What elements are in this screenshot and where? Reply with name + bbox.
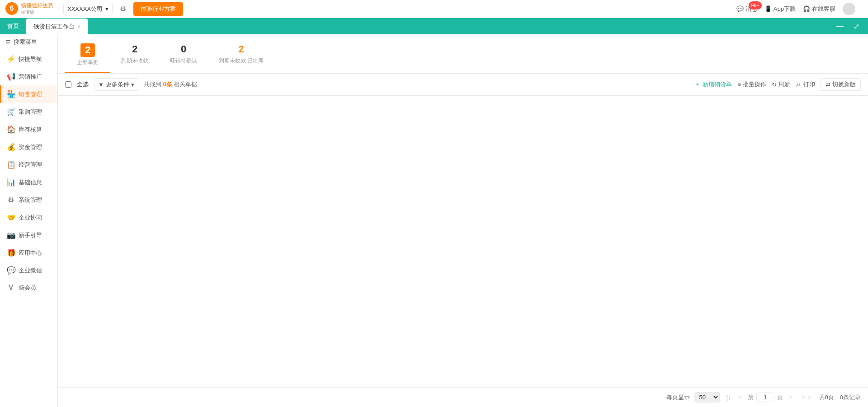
print-label: 打印 (803, 80, 815, 89)
avatar[interactable] (843, 3, 855, 15)
company-selector[interactable]: XXXXXX公司 ▾ (63, 3, 113, 15)
sidebar: ☰ 搜索菜单 ⚡ 快捷导航 📢 营销推广 🏪 销售管理 🛒 采购管理 🏠 库存核… (0, 34, 58, 407)
quick-nav-icon: ⚡ (7, 55, 15, 63)
tab-home[interactable]: 首页 (0, 18, 26, 34)
message-badge: 99+ (749, 1, 762, 9)
sidebar-item-system[interactable]: ⚙ 系统管理 (0, 191, 57, 209)
guide-icon: 📷 (7, 231, 15, 239)
toolbar-right: ＋ 新增销货单 ≡ 批量操作 ↻ 刷新 🖨 打印 ⇄ 切换新版 (695, 78, 861, 91)
prev-page-button[interactable]: ＜ (735, 393, 745, 402)
tab-close-icon[interactable]: × (77, 23, 80, 30)
logo-text-block: 畅捷通好生意 标准版 (21, 2, 53, 15)
sidebar-item-sales[interactable]: 🏪 销售管理 (0, 85, 57, 103)
sidebar-label-wechat-work: 企业微信 (19, 267, 42, 275)
sidebar-item-app-center[interactable]: 🎁 应用中心 (0, 244, 57, 262)
stat-tab-pending[interactable]: 0 旺铺待确认 (159, 40, 208, 73)
page-label: 第 (748, 393, 754, 402)
minimize-icon[interactable]: — (834, 20, 846, 33)
expand-icon[interactable]: ⤢ (850, 20, 863, 33)
print-button[interactable]: 🖨 打印 (796, 80, 815, 89)
search-icon: ☰ (5, 39, 11, 46)
filter-button[interactable]: ▼ 更多条件 ▾ (94, 78, 138, 91)
sidebar-item-member[interactable]: V 畅会员 (0, 279, 57, 296)
stat-num-overdue: 2 (132, 43, 137, 55)
stat-tab-overdue[interactable]: 2 到期未收款 (110, 40, 159, 73)
sidebar-item-purchase[interactable]: 🛒 采购管理 (0, 103, 57, 121)
sidebar-item-basic-info[interactable]: 📊 基础信息 (0, 173, 57, 191)
filter-chevron-icon: ▾ (131, 81, 134, 88)
operations-icon: 📋 (7, 160, 15, 169)
batch-operation-button[interactable]: ≡ 批量操作 (737, 80, 766, 89)
stat-tab-all[interactable]: 2 全部单据 (65, 40, 110, 73)
refresh-icon: ↻ (772, 81, 777, 88)
sidebar-item-marketing[interactable]: 📢 营销推广 (0, 68, 57, 85)
sidebar-item-quick-nav[interactable]: ⚡ 快捷导航 (0, 50, 57, 68)
select-all-label: 全选 (77, 80, 89, 89)
system-icon: ⚙ (7, 196, 15, 204)
sidebar-search[interactable]: ☰ 搜索菜单 (0, 34, 57, 50)
message-icon: 💬 (736, 5, 744, 12)
content-area: 2 全部单据 2 到期未收款 0 旺铺待确认 2 到期未收款 已出库 全选 (58, 34, 868, 407)
logo-area: 6 畅捷通好生意 标准版 (5, 2, 63, 15)
sidebar-label-app-center: 应用中心 (19, 249, 42, 257)
app-download-icon: 📱 (764, 5, 772, 12)
found-count: 0条 (163, 81, 172, 88)
header-right: 💬 消息 99+ 📱 App下载 🎧 在线客服 (736, 3, 863, 15)
new-sales-order-button[interactable]: ＋ 新增销货单 (695, 80, 732, 89)
sidebar-item-operations[interactable]: 📋 经营管理 (0, 156, 57, 173)
app-download-label: App下载 (774, 5, 796, 13)
nav-tabs-right: — ⤢ (834, 20, 868, 33)
stats-tabs: 2 全部单据 2 到期未收款 0 旺铺待确认 2 到期未收款 已出库 (58, 34, 868, 74)
found-text: 共找到 0条 相关单据 (144, 80, 197, 89)
inventory-icon: 🏠 (7, 125, 15, 134)
message-action[interactable]: 💬 消息 99+ (736, 5, 757, 13)
batch-label: 批量操作 (743, 80, 766, 89)
marketing-icon: 📢 (7, 72, 15, 81)
stat-num-all: 2 (80, 43, 95, 57)
sidebar-item-inventory[interactable]: 🏠 库存核算 (0, 121, 57, 138)
page-suffix: 页 (777, 393, 783, 402)
sidebar-item-guide[interactable]: 📷 新手引导 (0, 226, 57, 244)
sidebar-label-marketing: 营销推广 (19, 73, 42, 81)
app-download-action[interactable]: 📱 App下载 (764, 5, 796, 13)
sidebar-label-guide: 新手引导 (19, 231, 42, 239)
online-service-action[interactable]: 🎧 在线客服 (803, 5, 835, 13)
tab-workbench[interactable]: 钱货日清工作台 × (26, 19, 88, 35)
sidebar-label-purchase: 采购管理 (19, 108, 42, 116)
stat-label-pending: 旺铺待确认 (170, 57, 197, 65)
switch-icon: ⇄ (826, 81, 830, 88)
switch-label: 切换新版 (832, 80, 856, 89)
purchase-icon: 🛒 (7, 108, 15, 116)
sales-icon: 🏪 (7, 90, 15, 98)
sidebar-label-finance: 资金管理 (19, 143, 42, 151)
tab-home-label: 首页 (7, 22, 19, 30)
settings-button[interactable]: ⚙ (116, 2, 130, 16)
select-all-checkbox[interactable] (65, 81, 71, 88)
sidebar-label-operations: 经营管理 (19, 161, 42, 169)
switch-version-button[interactable]: ⇄ 切换新版 (821, 78, 861, 91)
sidebar-label-basic-info: 基础信息 (19, 178, 42, 187)
per-page-select[interactable]: 50 10 20 100 (694, 392, 720, 402)
first-page-button[interactable]: ⟨⟨ (724, 393, 732, 402)
sidebar-label-inventory: 库存核算 (19, 126, 42, 134)
sidebar-label-sales: 销售管理 (19, 90, 42, 98)
pagination-bar: 每页显示 50 10 20 100 ⟨⟨ ＜ 第 页 ＞ ＞＞ 共0页，0条记录 (58, 387, 868, 407)
sidebar-item-enterprise[interactable]: 🤝 企业协同 (0, 209, 57, 226)
page-input[interactable] (756, 393, 774, 402)
nav-tabs-bar: 首页 钱货日清工作台 × — ⤢ (0, 18, 868, 34)
sidebar-item-finance[interactable]: 💰 资金管理 (0, 138, 57, 156)
next-page-button[interactable]: ＞ (786, 393, 796, 402)
stat-label-all: 全部单据 (77, 59, 99, 66)
trial-button[interactable]: 体验行业方案 (133, 2, 183, 16)
online-service-label: 在线客服 (812, 5, 835, 13)
last-page-button[interactable]: ＞＞ (798, 393, 815, 402)
stat-tab-shipped[interactable]: 2 到期未收款 已出库 (208, 40, 274, 73)
wechat-work-icon: 💬 (7, 266, 15, 275)
page-navigation: ⟨⟨ ＜ 第 页 ＞ ＞＞ (724, 393, 815, 402)
sidebar-label-enterprise: 企业协同 (19, 214, 42, 222)
sidebar-label-quick-nav: 快捷导航 (19, 55, 42, 63)
refresh-button[interactable]: ↻ 刷新 (772, 80, 790, 89)
enterprise-icon: 🤝 (7, 213, 15, 222)
sidebar-item-wechat-work[interactable]: 💬 企业微信 (0, 262, 57, 279)
main-layout: ☰ 搜索菜单 ⚡ 快捷导航 📢 营销推广 🏪 销售管理 🛒 采购管理 🏠 库存核… (0, 34, 868, 407)
